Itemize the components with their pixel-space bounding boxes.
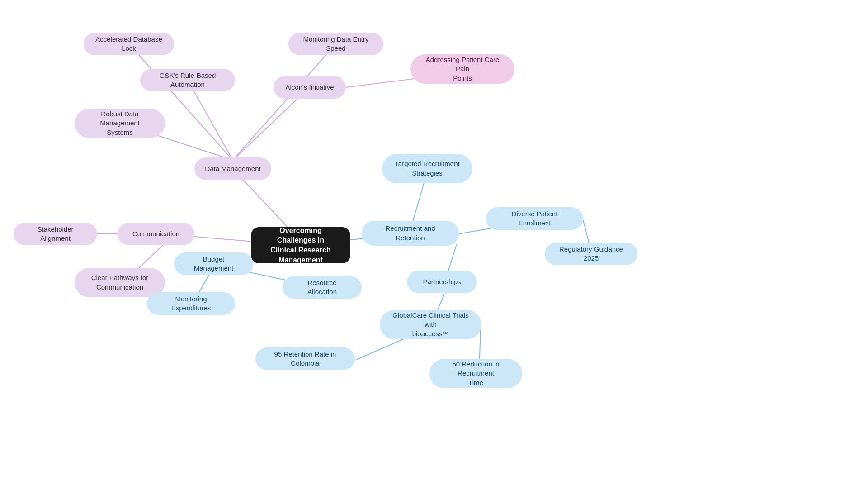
svg-line-1 <box>129 44 233 160</box>
clear-pathways-label: Clear Pathways for Communication <box>91 273 149 292</box>
globalcare-label: GlobalCare Clinical Trials with bioacces… <box>390 311 472 338</box>
addressing-patient-node[interactable]: Addressing Patient Care Pain Points <box>410 54 514 84</box>
monitoring-speed-node[interactable]: Monitoring Data Entry Speed <box>288 33 383 55</box>
resource-alloc-label: Resource Allocation <box>292 278 352 297</box>
stakeholder-label: Stakeholder Alignment <box>24 225 87 243</box>
targeted-recruitment-label: Targeted Recruitment Strategies <box>395 159 459 178</box>
center-node[interactable]: Overcoming Challenges in Clinical Resear… <box>251 227 350 263</box>
gsk-rule-label: GSK's Rule-Based Automation <box>150 71 225 90</box>
accelerated-db-node[interactable]: Accelerated Database Lock <box>84 33 174 55</box>
accelerated-db-label: Accelerated Database Lock <box>94 35 164 53</box>
gsk-rule-node[interactable]: GSK's Rule-Based Automation <box>140 69 235 91</box>
budget-mgmt-label: Budget Management <box>184 255 243 273</box>
clear-pathways-node[interactable]: Clear Pathways for Communication <box>75 268 165 297</box>
retention-rate-label: 95 Retention Rate in Colombia <box>265 350 345 368</box>
diverse-enrollment-label: Diverse Patient Enrollment <box>496 209 573 228</box>
monitoring-speed-label: Monitoring Data Entry Speed <box>298 35 373 53</box>
targeted-recruitment-node[interactable]: Targeted Recruitment Strategies <box>382 154 472 183</box>
regulatory-guidance-label: Regulatory Guidance 2025 <box>555 245 627 263</box>
budget-mgmt-node[interactable]: Budget Management <box>174 252 253 275</box>
retention-rate-node[interactable]: 95 Retention Rate in Colombia <box>255 347 355 370</box>
resource-alloc-node[interactable]: Resource Allocation <box>283 276 362 299</box>
svg-line-2 <box>188 80 233 160</box>
monitoring-exp-node[interactable]: Monitoring Expenditures <box>147 292 235 315</box>
svg-line-4 <box>233 44 336 160</box>
stakeholder-node[interactable]: Stakeholder Alignment <box>14 223 97 245</box>
addressing-patient-label: Addressing Patient Care Pain Points <box>420 55 505 83</box>
alcon-initiative-label: Alcon's Initiative <box>285 83 334 92</box>
reduction-recruitment-label: 50 Reduction in Recruitment Time <box>439 360 512 387</box>
diverse-enrollment-node[interactable]: Diverse Patient Enrollment <box>486 207 583 230</box>
globalcare-node[interactable]: GlobalCare Clinical Trials with bioacces… <box>380 310 481 339</box>
communication-label: Communication <box>132 229 179 238</box>
center-label: Overcoming Challenges in Clinical Resear… <box>261 226 340 265</box>
data-management-label: Data Management <box>205 164 260 173</box>
recruitment-retention-label: Recruitment and Retention <box>372 224 449 243</box>
regulatory-guidance-node[interactable]: Regulatory Guidance 2025 <box>545 243 637 265</box>
alcon-initiative-node[interactable]: Alcon's Initiative <box>274 76 346 99</box>
communication-node[interactable]: Communication <box>118 223 194 245</box>
data-management-node[interactable]: Data Management <box>194 157 271 180</box>
robust-data-node[interactable]: Robust Data Management Systems <box>75 109 165 138</box>
partnerships-label: Partnerships <box>423 277 461 286</box>
robust-data-label: Robust Data Management Systems <box>85 109 155 137</box>
reduction-recruitment-node[interactable]: 50 Reduction in Recruitment Time <box>429 359 522 388</box>
partnerships-node[interactable]: Partnerships <box>407 271 477 293</box>
monitoring-exp-label: Monitoring Expenditures <box>157 295 225 313</box>
recruitment-retention-node[interactable]: Recruitment and Retention <box>362 221 459 246</box>
